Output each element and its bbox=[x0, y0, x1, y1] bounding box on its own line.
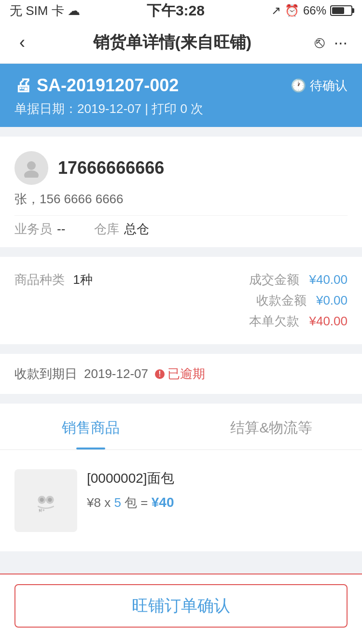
tabs-row: 销售商品 结算&物流等 bbox=[0, 404, 362, 450]
nav-bar: ‹ 销货单详情(来自旺铺) ⎋ ··· bbox=[0, 21, 362, 64]
back-button[interactable]: ‹ bbox=[14, 28, 30, 57]
customer-name: 张，156 6666 6666 bbox=[14, 191, 348, 208]
salesperson-item: 业务员 -- bbox=[14, 221, 65, 238]
avatar bbox=[14, 151, 48, 185]
product-types-value: 1种 bbox=[73, 272, 92, 287]
summary-section: 商品种类 1种 成交金额 ¥40.00 收款金额 ¥0.00 本单欠款 ¥40.… bbox=[0, 257, 362, 344]
overdue-icon: ! bbox=[155, 369, 165, 379]
summary-right: 成交金额 ¥40.00 收款金额 ¥0.00 本单欠款 ¥40.00 bbox=[249, 271, 348, 330]
warehouse-label: 仓库 bbox=[94, 221, 119, 238]
owed-label: 本单欠款 bbox=[249, 313, 299, 330]
customer-section: 17666666666 张，156 6666 6666 业务员 -- 仓库 总仓 bbox=[0, 137, 362, 247]
order-id: 🖨 SA-20191207-002 bbox=[14, 75, 179, 96]
bottom-action: 旺铺订单确认 bbox=[0, 574, 362, 644]
svg-point-1 bbox=[24, 170, 39, 178]
product-image: 鲜+ bbox=[14, 469, 77, 532]
nav-actions: ⎋ ··· bbox=[315, 33, 348, 52]
summary-row: 商品种类 1种 成交金额 ¥40.00 收款金额 ¥0.00 本单欠款 ¥40.… bbox=[14, 271, 348, 330]
order-header-top: 🖨 SA-20191207-002 🕐 待确认 bbox=[14, 75, 348, 96]
status-bar: 无 SIM 卡 ☁ 下午3:28 ↗ ⏰ 66% bbox=[0, 0, 362, 21]
warehouse-value: 总仓 bbox=[124, 221, 149, 238]
due-date-label: 收款到期日 bbox=[14, 365, 77, 382]
salesperson-value: -- bbox=[57, 222, 65, 237]
product-name: [0000002]面包 bbox=[87, 469, 348, 488]
multiply-sign: x bbox=[104, 495, 114, 510]
overdue-label: 已逾期 bbox=[167, 365, 205, 382]
customer-phone: 17666666666 bbox=[58, 158, 164, 178]
status-time: 下午3:28 bbox=[147, 1, 205, 21]
deal-amount-row: 成交金额 ¥40.00 bbox=[249, 271, 348, 288]
received-amount-row: 收款金额 ¥0.00 bbox=[256, 292, 348, 309]
confirm-button[interactable]: 旺铺订单确认 bbox=[14, 584, 348, 628]
overdue-badge: ! 已逾期 bbox=[155, 365, 205, 382]
share-icon[interactable]: ⎋ bbox=[315, 33, 324, 52]
deal-amount-label: 成交金额 bbox=[249, 271, 299, 288]
svg-point-5 bbox=[48, 498, 52, 502]
order-date: 单据日期：2019-12-07 | 打印 0 次 bbox=[14, 100, 348, 117]
page-title: 销货单详情(来自旺铺) bbox=[93, 31, 252, 54]
due-date-value: 2019-12-07 bbox=[84, 366, 148, 381]
alarm-icon: ⏰ bbox=[285, 4, 299, 17]
customer-top: 17666666666 bbox=[14, 151, 348, 185]
summary-left: 商品种类 1种 bbox=[14, 271, 93, 288]
order-icon: 🖨 bbox=[14, 75, 32, 96]
product-info: [0000002]面包 ¥8 x 5 包 = ¥40 bbox=[87, 469, 348, 511]
warehouse-item: 仓库 总仓 bbox=[94, 221, 149, 238]
order-status: 🕐 待确认 bbox=[291, 77, 348, 94]
svg-point-4 bbox=[40, 498, 44, 502]
product-unit: 包 bbox=[125, 495, 137, 510]
avatar-icon bbox=[22, 158, 41, 178]
customer-meta: 业务员 -- 仓库 总仓 bbox=[14, 216, 348, 238]
more-icon[interactable]: ··· bbox=[334, 33, 348, 52]
product-qty: 5 bbox=[114, 495, 121, 510]
location-icon: ↗ bbox=[271, 4, 281, 17]
product-list: 鲜+ [0000002]面包 ¥8 x 5 包 = ¥40 bbox=[0, 450, 362, 551]
owed-value: ¥40.00 bbox=[309, 314, 348, 329]
order-header-card: 🖨 SA-20191207-002 🕐 待确认 单据日期：2019-12-07 … bbox=[0, 64, 362, 127]
svg-point-0 bbox=[27, 161, 36, 170]
status-right: ↗ ⏰ 66% bbox=[271, 4, 352, 17]
product-calc: ¥8 x 5 包 = ¥40 bbox=[87, 494, 348, 511]
product-total: ¥40 bbox=[152, 495, 174, 510]
product-price: ¥8 bbox=[87, 495, 101, 510]
clock-icon: 🕐 bbox=[291, 78, 306, 93]
battery-fill bbox=[332, 7, 344, 14]
tab-products[interactable]: 销售商品 bbox=[0, 404, 181, 449]
equals-sign: = bbox=[140, 495, 151, 510]
owed-amount-row: 本单欠款 ¥40.00 bbox=[249, 313, 348, 330]
battery-icon bbox=[330, 5, 352, 16]
product-item: 鲜+ [0000002]面包 ¥8 x 5 包 = ¥40 bbox=[14, 460, 348, 542]
tabs-section: 销售商品 结算&物流等 鲜+ [0000002]面包 ¥8 bbox=[0, 404, 362, 551]
deal-amount-value: ¥40.00 bbox=[309, 272, 348, 287]
received-label: 收款金额 bbox=[256, 292, 306, 309]
battery-percent: 66% bbox=[303, 4, 326, 17]
due-date-section: 收款到期日 2019-12-07 ! 已逾期 bbox=[0, 354, 362, 394]
received-value: ¥0.00 bbox=[316, 293, 348, 308]
sim-status: 无 SIM 卡 ☁ bbox=[10, 2, 80, 19]
status-left: 无 SIM 卡 ☁ bbox=[10, 2, 80, 19]
product-types-label: 商品种类 bbox=[14, 272, 65, 287]
product-thumbnail: 鲜+ bbox=[29, 489, 63, 513]
salesperson-label: 业务员 bbox=[14, 221, 52, 238]
svg-text:鲜+: 鲜+ bbox=[39, 508, 45, 513]
tab-settlement[interactable]: 结算&物流等 bbox=[181, 404, 362, 449]
